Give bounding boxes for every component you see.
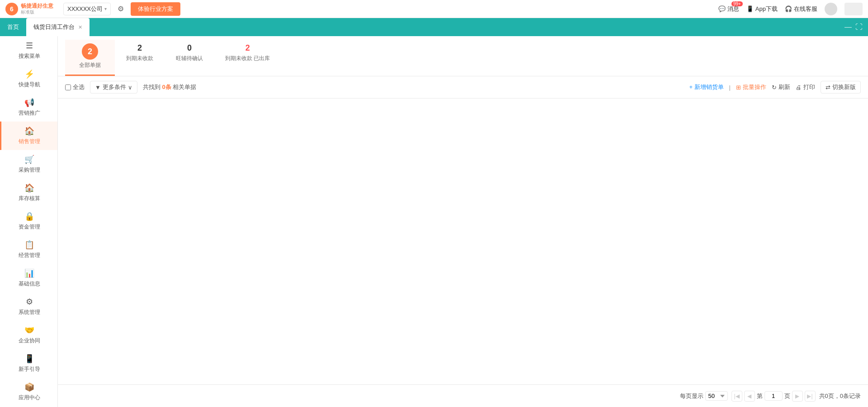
found-text: 共找到 0条 相关单据 — [143, 83, 196, 91]
filter-chevron-icon: ∨ — [128, 84, 132, 91]
finance-icon: 🔒 — [24, 211, 34, 221]
next-page-button[interactable]: ▶ — [792, 391, 803, 402]
sidebar-item-sales[interactable]: 🏠 销售管理 — [0, 122, 57, 150]
print-button[interactable]: 🖨 打印 — [796, 83, 815, 91]
sidebar: ☰ 搜索菜单 ⚡ 快捷导航 📢 营销推广 🏠 销售管理 🛒 采购管理 🏠 库存核… — [0, 36, 58, 407]
logo-text: 畅捷通好生意 标准版 — [21, 3, 53, 14]
sales-icon: 🏠 — [24, 126, 34, 136]
sidebar-item-search[interactable]: ☰ 搜索菜单 — [0, 36, 57, 65]
online-service-label: 在线客服 — [794, 5, 817, 13]
main-layout: ☰ 搜索菜单 ⚡ 快捷导航 📢 营销推广 🏠 销售管理 🛒 采购管理 🏠 库存核… — [0, 36, 868, 407]
app-download-icon: 📱 — [746, 5, 754, 12]
per-page-select[interactable]: 50 20 100 — [705, 391, 728, 401]
sidebar-item-inventory[interactable]: 🏠 库存核算 — [0, 178, 57, 207]
tab-qianhuori-label: 钱货日清工作台 — [33, 23, 75, 31]
tab-home[interactable]: 首页 — [0, 18, 26, 36]
total-text: 共0页，0条记录 — [819, 392, 861, 400]
sidebar-marketing-label: 营销推广 — [19, 109, 40, 117]
refresh-button[interactable]: ↻ 刷新 — [772, 83, 790, 91]
stat-unshipped-number: 2 — [245, 43, 250, 53]
app-download-button[interactable]: 📱 App下载 — [746, 5, 778, 13]
print-label: 打印 — [803, 83, 815, 91]
sidebar-guide-label: 新手引导 — [19, 365, 40, 373]
sidebar-item-cooperation[interactable]: 🤝 企业协同 — [0, 321, 57, 349]
last-page-button[interactable]: ▶| — [805, 391, 816, 402]
message-button[interactable]: 💬 消息 99+ — [718, 5, 739, 13]
tab-close-icon[interactable]: ✕ — [78, 24, 82, 30]
user-avatar[interactable] — [825, 3, 837, 15]
stat-tab-unshipped[interactable]: 2 到期未收款 已出库 — [214, 40, 281, 76]
tab-qianhuori[interactable]: 钱货日清工作台 ✕ — [26, 18, 90, 36]
company-name: XXXXXX公司 — [67, 5, 103, 13]
stats-tabs: 2 全部单据 2 到期未收款 0 旺辅待确认 2 到期未收款 已出库 — [58, 36, 868, 76]
logo-icon: 6 — [5, 3, 18, 15]
top-bar-left: 6 畅捷通好生意 标准版 XXXXXX公司 ▾ ⚙ 体验行业方案 — [5, 2, 180, 16]
add-sales-order-button[interactable]: + 新增销货单 — [689, 83, 723, 91]
headset-icon: 🎧 — [785, 5, 792, 12]
sidebar-basic-info-label: 基础信息 — [19, 280, 40, 288]
nav-tabs: 首页 钱货日清工作台 ✕ — ⛶ — [0, 18, 868, 36]
tab-home-label: 首页 — [7, 23, 19, 31]
company-selector[interactable]: XXXXXX公司 ▾ — [63, 3, 111, 15]
sidebar-item-finance[interactable]: 🔒 资金管理 — [0, 207, 57, 235]
online-service-button[interactable]: 🎧 在线客服 — [785, 5, 817, 13]
batch-operation-button[interactable]: ⊞ 批量操作 — [736, 83, 766, 91]
filter-label: 更多条件 — [103, 83, 126, 91]
stat-tab-all[interactable]: 2 全部单据 — [65, 40, 115, 76]
content-area: 2 全部单据 2 到期未收款 0 旺辅待确认 2 到期未收款 已出库 全选 — [58, 36, 868, 407]
sidebar-item-system[interactable]: ⚙ 系统管理 — [0, 292, 57, 321]
stat-unshipped-label: 到期未收款 已出库 — [225, 55, 270, 62]
stat-tab-wangwang[interactable]: 0 旺辅待确认 — [165, 40, 214, 76]
user-name-area[interactable] — [844, 3, 863, 15]
page-suffix: 页 — [784, 392, 790, 400]
logo-subtitle: 标准版 — [21, 9, 53, 15]
first-page-button[interactable]: |◀ — [731, 391, 742, 402]
app-download-label: App下载 — [755, 5, 778, 13]
pagination-bar: 每页显示 50 20 100 |◀ ◀ 第 页 ▶ ▶| 共0页，0条记录 — [58, 384, 868, 407]
operation-icon: 📋 — [24, 240, 34, 250]
inventory-icon: 🏠 — [24, 183, 34, 193]
sidebar-purchase-label: 采购管理 — [19, 166, 40, 174]
found-count: 0条 — [162, 84, 171, 90]
sidebar-item-app-center[interactable]: 📦 应用中心 — [0, 378, 57, 406]
sidebar-item-quick-nav[interactable]: ⚡ 快捷导航 — [0, 65, 57, 93]
prev-page-button[interactable]: ◀ — [744, 391, 755, 402]
system-icon: ⚙ — [26, 297, 33, 307]
toolbar-left: 全选 ▼ 更多条件 ∨ 共找到 0条 相关单据 — [65, 81, 684, 94]
settings-icon[interactable]: ⚙ — [114, 3, 127, 15]
search-menu-icon: ☰ — [26, 41, 33, 51]
sidebar-finance-label: 资金管理 — [19, 223, 40, 231]
sidebar-cooperation-label: 企业协同 — [19, 337, 40, 345]
purchase-icon: 🛒 — [24, 154, 34, 164]
logo-title: 畅捷通好生意 — [21, 3, 53, 9]
toolbar: 全选 ▼ 更多条件 ∨ 共找到 0条 相关单据 + 新增销货单 | ⊞ — [58, 76, 868, 98]
message-badge: 99+ — [731, 1, 743, 6]
sidebar-app-center-label: 应用中心 — [19, 394, 40, 402]
tab-maximize-icon[interactable]: ⛶ — [855, 23, 863, 31]
data-area — [58, 98, 868, 384]
found-prefix: 共找到 — [143, 84, 160, 90]
select-all-label: 全选 — [73, 83, 85, 91]
sidebar-item-operation[interactable]: 📋 经营管理 — [0, 235, 57, 264]
sidebar-inventory-label: 库存核算 — [19, 195, 40, 202]
sidebar-item-guide[interactable]: 📱 新手引导 — [0, 349, 57, 378]
sidebar-sales-label: 销售管理 — [19, 138, 40, 145]
sidebar-item-marketing[interactable]: 📢 营销推广 — [0, 93, 57, 122]
stat-all-number: 2 — [82, 43, 98, 60]
page-input[interactable] — [764, 391, 783, 401]
per-page-label: 每页显示 — [680, 392, 703, 400]
sidebar-item-basic-info[interactable]: 📊 基础信息 — [0, 264, 57, 292]
switch-version-button[interactable]: ⇄ 切换新版 — [821, 81, 861, 94]
filter-button[interactable]: ▼ 更多条件 ∨ — [90, 81, 137, 94]
trial-button[interactable]: 体验行业方案 — [131, 2, 180, 16]
tab-minimize-icon[interactable]: — — [844, 23, 852, 31]
select-all-checkbox-label[interactable]: 全选 — [65, 83, 85, 91]
sidebar-system-label: 系统管理 — [19, 309, 40, 316]
nav-tabs-right: — ⛶ — [844, 23, 868, 31]
app-center-icon: 📦 — [24, 382, 34, 392]
sidebar-item-purchase[interactable]: 🛒 采购管理 — [0, 150, 57, 178]
select-all-checkbox[interactable] — [65, 84, 71, 90]
sidebar-operation-label: 经营管理 — [19, 252, 40, 259]
found-suffix: 相关单据 — [173, 84, 196, 90]
stat-tab-overdue[interactable]: 2 到期未收款 — [115, 40, 165, 76]
